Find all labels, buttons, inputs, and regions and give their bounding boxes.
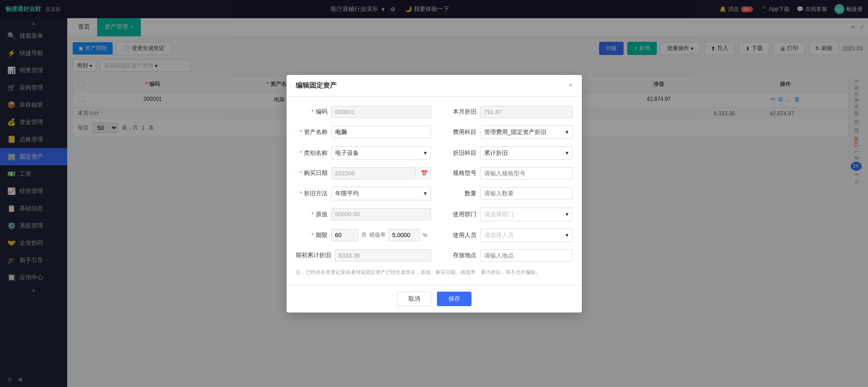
depreciation-method-select[interactable]: 年限平均 ▾ [331,187,431,200]
period-unit: 月 [361,231,367,239]
dept-select[interactable]: 请选择部门 ▾ [480,208,573,221]
category-dropdown-icon: ▾ [424,149,427,156]
form-person: 使用人员 请选择人员 ▾ [445,228,573,242]
form-dept: 使用部门 请选择部门 ▾ [445,208,573,221]
note-text: 注：已经存在变更记录或者对应固定资产已经生成凭证，原值、购买日期、残值率、累计折… [296,269,541,275]
purchase-date-input[interactable] [331,167,416,179]
calendar-icon[interactable]: 📅 [417,168,431,179]
quantity-input[interactable] [480,187,573,199]
modal-overlay: 编辑固定资产 × 编码 本月折旧 资产名称 [0,0,868,387]
period-input[interactable] [331,229,358,241]
modal-close-icon[interactable]: × [568,81,572,89]
category-select[interactable]: 电子设备 ▾ [331,146,431,160]
modal-header: 编辑固定资产 × [287,75,582,97]
depreciation-method-dropdown-icon: ▾ [424,190,427,197]
person-label: 使用人员 [445,231,476,239]
depreciation-method-label: 折旧方法 [296,189,327,198]
form-depreciation-method: 折旧方法 年限平均 ▾ [296,187,431,200]
form-initial-depreciation: 期初累计折旧 [296,249,431,262]
cancel-button[interactable]: 取消 [397,292,432,306]
person-placeholder: 请选择人员 [484,231,514,239]
form-purchase-date: 购买日期 📅 [296,167,431,179]
expense-subject-select[interactable]: 管理费用_固定资产折旧 ▾ [480,125,573,139]
depreciation-subject-dropdown-icon: ▾ [565,149,569,156]
modal-footer: 取消 保存 [287,285,582,313]
residual-rate-label: 残值率 [369,231,386,239]
form-model: 规格型号 [445,167,573,179]
modal-title: 编辑固定资产 [296,81,337,90]
location-input[interactable] [480,249,573,262]
expense-subject-dropdown-icon: ▾ [565,129,569,135]
model-input[interactable] [480,167,573,179]
original-value-label: 原值 [296,210,327,218]
depreciation-method-value: 年限平均 [335,189,359,198]
category-value: 电子设备 [335,149,359,157]
dept-dropdown-icon: ▾ [565,211,569,218]
location-label: 存放地点 [445,251,476,259]
form-category: 类别名称 电子设备 ▾ [296,146,431,160]
original-value-input[interactable] [331,208,431,220]
monthly-depreciation-label: 本月折旧 [445,108,476,116]
period-label: 期限 [296,231,327,239]
purchase-date-label: 购买日期 [296,169,327,177]
person-dropdown-icon: ▾ [565,232,569,238]
asset-name-label: 资产名称 [296,128,327,136]
form-quantity: 数量 [445,187,573,200]
form-monthly-depreciation: 本月折旧 [445,106,573,118]
form-grid: 编码 本月折旧 资产名称 费用科目 管理费用_固定资产折旧 ▾ [296,106,573,276]
form-original-value: 原值 [296,208,431,221]
depreciation-subject-label: 折旧科目 [445,149,476,157]
initial-depreciation-label: 期初累计折旧 [296,251,331,259]
dept-label: 使用部门 [445,210,476,218]
expense-subject-label: 费用科目 [445,128,476,136]
quantity-label: 数量 [445,189,476,198]
modal-body: 编码 本月折旧 资产名称 费用科目 管理费用_固定资产折旧 ▾ [287,97,582,285]
form-depreciation-subject: 折旧科目 累计折旧 ▾ [445,146,573,160]
depreciation-subject-value: 累计折旧 [484,149,508,157]
edit-asset-modal: 编辑固定资产 × 编码 本月折旧 资产名称 [287,75,582,313]
form-asset-name: 资产名称 [296,125,431,139]
residual-rate-unit: % [423,232,428,238]
asset-name-input[interactable] [331,126,431,138]
model-label: 规格型号 [445,169,476,177]
category-label: 类别名称 [296,149,327,157]
initial-depreciation-input[interactable] [335,249,431,262]
code-input[interactable] [331,106,431,118]
form-location: 存放地点 [445,249,573,262]
residual-rate-input[interactable] [388,229,420,241]
save-button[interactable]: 保存 [437,292,471,306]
expense-subject-value: 管理费用_固定资产折旧 [484,128,546,136]
form-expense-subject: 费用科目 管理费用_固定资产折旧 ▾ [445,125,573,139]
code-label: 编码 [296,108,327,116]
form-note: 注：已经存在变更记录或者对应固定资产已经生成凭证，原值、购买日期、残值率、累计折… [296,269,573,276]
dept-placeholder: 请选择部门 [484,210,514,218]
person-select[interactable]: 请选择人员 ▾ [480,228,573,242]
form-code: 编码 [296,106,431,118]
depreciation-subject-select[interactable]: 累计折旧 ▾ [480,146,573,160]
form-period: 期限 月 残值率 % [296,228,431,242]
monthly-depreciation-input[interactable] [480,106,573,118]
